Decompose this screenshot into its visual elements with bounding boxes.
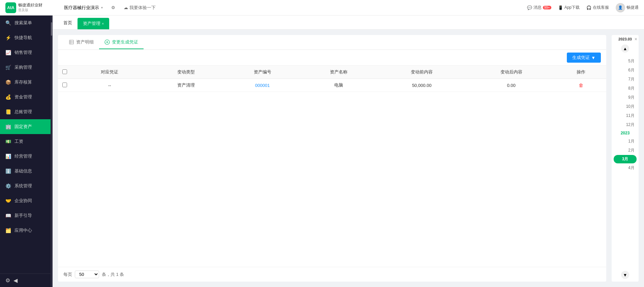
main-layout: 🔍 搜索菜单 ⚡ 快捷导航 📈 销售管理 🛒 采购管理 📦 库存核算 💰 资金管… xyxy=(0,15,644,287)
table-row: -- 资产清理 000001 电脑 50,000.00 0.00 🗑 xyxy=(58,79,606,92)
company-selector[interactable]: 医疗器械行业演示 ▾ xyxy=(61,3,105,12)
sidebar-icon-ledger: 📒 xyxy=(5,109,11,115)
sub-tab-asset-detail[interactable]: 资产明细 xyxy=(63,36,99,49)
sidebar-item-funds[interactable]: 💰 资金管理 xyxy=(0,90,51,104)
row-asset-code-0[interactable]: 000001 xyxy=(224,79,301,92)
username: 畅捷通 xyxy=(626,5,639,10)
sidebar-label-purchase: 采购管理 xyxy=(14,64,32,70)
cloud-icon: ☁ xyxy=(124,5,128,10)
cal-month-2023-2月[interactable]: 2月 xyxy=(612,146,639,155)
sidebar-item-app-center[interactable]: 🗂️ 应用中心 xyxy=(0,223,51,238)
tab-home[interactable]: 首页 xyxy=(58,17,78,29)
tab-close-icon[interactable]: × xyxy=(102,22,104,26)
settings-bottom-icon[interactable]: ⚙ xyxy=(5,277,10,284)
sidebar-icon-collab: 🤝 xyxy=(5,198,11,203)
sidebar-item-collab[interactable]: 🤝 企业协同 xyxy=(0,193,51,208)
sidebar-icon-fixed-assets: 🏢 xyxy=(5,124,11,129)
online-service-label: 在线客服 xyxy=(593,5,609,10)
header-right: 💬 消息 99+ 📱 App下载 🎧 在线客服 👤 畅捷通 xyxy=(527,3,639,12)
experience-button[interactable]: ☁ 我要体验一下 xyxy=(124,5,156,11)
cal-month-10月[interactable]: 10月 xyxy=(612,102,639,111)
sidebar-label-app-center: 应用中心 xyxy=(14,227,32,233)
select-all-checkbox[interactable] xyxy=(62,69,67,74)
sidebar-item-basic-info[interactable]: ℹ️ 基础信息 xyxy=(0,164,51,179)
generate-dropdown-icon: ▼ xyxy=(591,55,595,60)
headset-icon: 🎧 xyxy=(586,5,591,10)
cal-year-2023: 2023 xyxy=(612,129,639,137)
sidebar-icon-quick-nav: ⚡ xyxy=(5,35,11,40)
sidebar-bottom: ⚙ ◀ xyxy=(0,274,51,287)
top-header: AtA 畅捷通好业财 普及版 医疗器械行业演示 ▾ ⚙ ☁ 我要体验一下 💬 消… xyxy=(0,0,644,15)
col-after-content: 变动后内容 xyxy=(466,66,556,79)
asset-tab-label: 资产管理 xyxy=(83,21,100,27)
sub-tab-change-voucher[interactable]: 变更生成凭证 xyxy=(99,36,144,49)
notification-label: 消息 xyxy=(533,5,542,10)
scroll-up-button[interactable]: ▲ xyxy=(621,43,629,54)
panel-expand-button[interactable]: ⤢ xyxy=(627,36,631,42)
row-checkbox-0[interactable] xyxy=(62,83,67,87)
logo-version: 普及版 xyxy=(18,8,42,12)
user-area[interactable]: 👤 畅捷通 xyxy=(616,3,639,12)
total-label: 条，共 1 条 xyxy=(102,272,124,278)
logo-letters: AtA xyxy=(7,5,14,10)
sidebar-item-operations[interactable]: 📊 经营管理 xyxy=(0,149,51,164)
online-service-button[interactable]: 🎧 在线客服 xyxy=(586,5,609,10)
per-page-select[interactable]: 102050100 xyxy=(75,270,99,278)
voucher-icon xyxy=(104,39,110,45)
panel-close-button[interactable]: × xyxy=(635,36,637,42)
sidebar-item-sales[interactable]: 📈 销售管理 xyxy=(0,45,51,60)
table-icon xyxy=(69,39,74,45)
app-download-button[interactable]: 📱 App下载 xyxy=(558,5,580,10)
sidebar-label-operations: 经营管理 xyxy=(14,153,32,159)
main-card: 资产明细 变更生成凭证 生成凭证 ▼ xyxy=(58,35,606,282)
sidebar-item-guide[interactable]: 📖 新手引导 xyxy=(0,208,51,223)
table-header-row: 对应凭证 变动类型 资产编号 资产名称 变动前内容 变动后内容 操作 xyxy=(58,66,606,79)
col-voucher: 对应凭证 xyxy=(71,66,148,79)
cal-month-2023-3月[interactable]: 3月 xyxy=(614,155,637,163)
sidebar-item-inventory[interactable]: 📦 库存核算 xyxy=(0,75,51,90)
cal-month-5月[interactable]: 5月 xyxy=(612,57,639,66)
collapse-icon[interactable]: ◀ xyxy=(13,277,18,284)
sidebar-item-purchase[interactable]: 🛒 采购管理 xyxy=(0,60,51,75)
page-content: 资产明细 变更生成凭证 生成凭证 ▼ xyxy=(53,30,644,287)
delete-button-0[interactable]: 🗑 xyxy=(579,83,583,88)
cal-month-7月[interactable]: 7月 xyxy=(612,75,639,84)
cal-month-8月[interactable]: 8月 xyxy=(612,84,639,93)
chevron-down-icon: ▾ xyxy=(101,6,103,9)
generate-voucher-button[interactable]: 生成凭证 ▼ xyxy=(567,53,601,63)
sidebar-item-ledger[interactable]: 📒 总账管理 xyxy=(0,104,51,119)
logo-name: 畅捷通好业财 xyxy=(18,3,42,8)
sidebar-item-fixed-assets[interactable]: 🏢 固定资产 xyxy=(0,119,51,134)
cal-month-11月[interactable]: 11月 xyxy=(612,111,639,120)
sidebar-item-system[interactable]: ⚙️ 系统管理 xyxy=(0,179,51,193)
sidebar-items: 🔍 搜索菜单 ⚡ 快捷导航 📈 销售管理 🛒 采购管理 📦 库存核算 💰 资金管… xyxy=(0,15,51,238)
col-change-type: 变动类型 xyxy=(148,66,224,79)
sidebar-label-collab: 企业协同 xyxy=(14,198,32,204)
cal-month-2023-1月[interactable]: 1月 xyxy=(612,137,639,146)
notification-button[interactable]: 💬 消息 99+ xyxy=(527,5,551,10)
cal-month-12月[interactable]: 12月 xyxy=(612,120,639,129)
right-panel: × ⤢ 2023.03 ▲ 5月6月7月8月9月10月11月12月20231月2… xyxy=(612,35,639,282)
sidebar-item-search[interactable]: 🔍 搜索菜单 xyxy=(0,15,51,30)
logo-text-area: 畅捷通好业财 普及版 xyxy=(18,3,42,13)
calendar-scroll[interactable]: 5月6月7月8月9月10月11月12月20231月2月3月4月 xyxy=(612,55,639,268)
settings-icon[interactable]: ⚙ xyxy=(108,3,118,13)
logo-area: AtA 畅捷通好业财 普及版 xyxy=(5,2,56,13)
header-center: 医疗器械行业演示 ▾ ⚙ ☁ 我要体验一下 xyxy=(56,3,527,13)
cal-month-9月[interactable]: 9月 xyxy=(612,93,639,102)
sidebar-label-inventory: 库存核算 xyxy=(14,79,32,85)
sidebar-item-quick-nav[interactable]: ⚡ 快捷导航 xyxy=(0,30,51,45)
cal-month-2023-4月[interactable]: 4月 xyxy=(612,163,639,172)
sub-tabs: 资产明细 变更生成凭证 xyxy=(58,35,606,50)
logo-icon: AtA xyxy=(5,2,16,13)
tab-asset-management[interactable]: 资产管理 × xyxy=(78,18,109,29)
sidebar-label-fixed-assets: 固定资产 xyxy=(14,124,32,130)
scroll-down-button[interactable]: ▼ xyxy=(621,269,629,280)
sidebar-item-salary[interactable]: 💵 工资 xyxy=(0,134,51,149)
cal-month-6月[interactable]: 6月 xyxy=(612,66,639,75)
sidebar-icon-inventory: 📦 xyxy=(5,79,11,85)
pagination: 每页 102050100 条，共 1 条 xyxy=(58,267,606,282)
sidebar-label-funds: 资金管理 xyxy=(14,94,32,100)
asset-table: 对应凭证 变动类型 资产编号 资产名称 变动前内容 变动后内容 操作 xyxy=(58,66,606,92)
row-ops-0: 🗑 xyxy=(556,79,606,92)
